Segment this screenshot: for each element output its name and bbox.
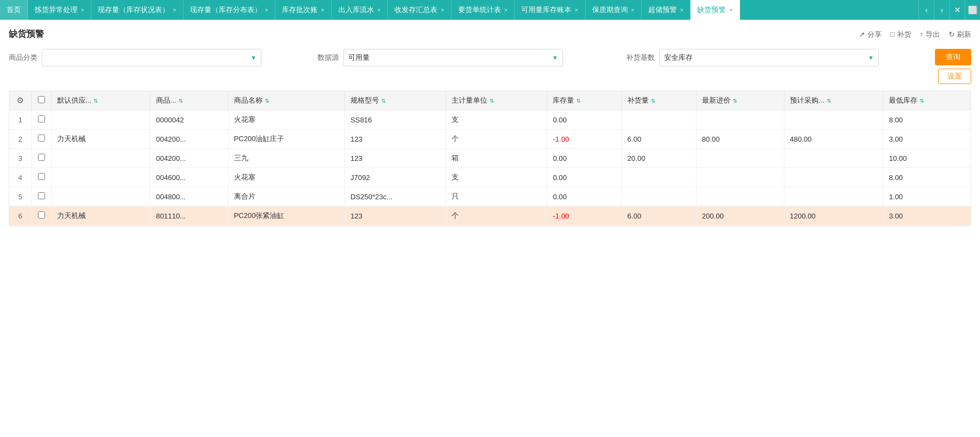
th-checkbox[interactable] [31,91,51,110]
tab-inout[interactable]: 出入库流水 × [332,0,388,20]
tab-prev-button[interactable]: ‹ [918,0,934,20]
th-spec-label: 规格型号 [350,96,379,105]
replenish-label: 补货基数 [626,53,655,63]
tab-close-button[interactable]: ✕ [949,0,965,20]
row-spec: DS250*23c... [345,187,446,206]
row-checkbox[interactable] [38,173,45,180]
th-stock[interactable]: 库存量 ⇅ [547,91,622,110]
row-checkbox[interactable] [38,154,45,161]
row-latest-price [696,110,784,130]
row-stock: 0.00 [547,168,622,187]
row-checkbox-cell[interactable] [31,110,51,130]
row-index: 6 [9,206,31,226]
th-replenish-qty[interactable]: 补货量 ⇅ [622,91,697,110]
tab-available[interactable]: 可用量库存账本 × [515,0,585,20]
select-all-checkbox[interactable] [38,96,45,103]
row-min-stock: 3.00 [883,130,971,149]
th-unit[interactable]: 主计量单位 ⇅ [446,91,547,110]
tab-maximize-button[interactable]: ⬜ [965,0,980,20]
row-latest-price [696,187,784,206]
tab-abnormal[interactable]: 拣货异常处理 × [28,0,91,20]
gear-icon[interactable]: ⚙ [16,96,24,105]
close-icon[interactable]: × [680,7,683,13]
th-settings[interactable]: ⚙ [9,91,31,110]
tab-batch[interactable]: 库存批次账 × [275,0,331,20]
replenish-select[interactable]: 安全库存 ▼ [659,49,879,66]
share-icon: ➚ [859,30,865,38]
row-spec: 123 [345,149,446,168]
close-icon[interactable]: × [172,7,176,13]
replenish-icon: □ [890,30,895,38]
table-row: 4 004600... 火花塞 J7092 支 0.00 8.00 [9,168,971,187]
row-product-code: 004200... [151,130,229,149]
close-icon[interactable]: × [81,7,84,13]
row-product-name: PC200油缸庄子 [228,130,344,149]
row-checkbox[interactable] [38,192,45,199]
row-est-purchase: 1200.00 [784,206,883,226]
row-supplier [51,149,151,168]
tab-collect[interactable]: 收发存汇总表 × [388,0,451,20]
row-est-purchase: 480.00 [784,130,883,149]
th-supplier[interactable]: 默认供应... ⇅ [51,91,151,110]
close-icon[interactable]: × [265,7,268,13]
tab-order-stat[interactable]: 要货单统计表 × [452,0,515,20]
th-product-code[interactable]: 商品... ⇅ [151,91,229,110]
tab-shortage[interactable]: 缺货预警 × [691,0,739,20]
tab-expiry[interactable]: 保质期查询 × [586,0,642,20]
sort-icon: ⇅ [179,98,183,104]
close-icon[interactable]: × [504,7,508,13]
row-checkbox-cell[interactable] [31,130,51,149]
row-checkbox[interactable] [38,115,45,122]
tab-stock-dist[interactable]: 现存量（库存分布表） × [183,0,275,20]
replenish-arrow-icon: ▼ [868,54,874,61]
row-unit: 支 [446,110,547,130]
th-min-stock[interactable]: 最低库存 ⇅ [883,91,971,110]
close-icon[interactable]: × [631,7,634,13]
row-supplier [51,187,151,206]
replenish-button[interactable]: □ 补货 [890,30,911,40]
th-latest-price[interactable]: 最新进价 ⇅ [696,91,784,110]
refresh-button[interactable]: ↻ 刷新 [949,30,971,40]
th-product-name[interactable]: 商品名称 ⇅ [228,91,344,110]
th-spec[interactable]: 规格型号 ⇅ [345,91,446,110]
row-latest-price: 80.00 [696,130,784,149]
tab-next-button[interactable]: › [934,0,949,20]
table-body: 1 0000042 火花塞 SS816 支 0.00 8.00 2 力天机械 0… [9,110,971,226]
row-checkbox-cell[interactable] [31,149,51,168]
row-index: 5 [9,187,31,206]
close-icon[interactable]: × [575,7,578,13]
share-button[interactable]: ➚ 分享 [859,30,882,40]
th-product-code-label: 商品... [156,96,176,105]
row-checkbox[interactable] [38,211,45,218]
page-header: 缺货预警 ➚ 分享 □ 补货 ↑ 导出 ↻ 刷新 [9,29,971,40]
table-header-row: ⚙ 默认供应... ⇅ 商品... ⇅ [9,91,971,110]
close-icon[interactable]: × [377,7,381,13]
close-icon[interactable]: × [729,7,732,13]
row-checkbox[interactable] [38,135,45,142]
row-min-stock: 10.00 [883,149,971,168]
row-index: 4 [9,168,31,187]
row-replenish-qty: 6.00 [622,206,697,226]
close-icon[interactable]: × [321,7,324,13]
row-replenish-qty: 6.00 [622,130,697,149]
row-replenish-qty: 20.00 [622,149,697,168]
tab-overstock[interactable]: 超储预警 × [642,0,691,20]
category-select[interactable]: ▼ [42,49,261,66]
tab-home[interactable]: 首页 [0,0,28,20]
row-supplier: 力天机械 [51,130,151,149]
tab-stock-status[interactable]: 现存量（库存状况表） × [91,0,183,20]
row-checkbox-cell[interactable] [31,206,51,226]
settings-button[interactable]: 设置 [938,69,971,84]
datasource-select[interactable]: 可用量 ▼ [343,49,563,66]
row-unit: 箱 [446,149,547,168]
export-icon: ↑ [920,30,924,38]
row-checkbox-cell[interactable] [31,187,51,206]
query-button[interactable]: 查询 [935,49,971,65]
row-product-name: 火花塞 [228,168,344,187]
close-icon[interactable]: × [441,7,444,13]
th-est-purchase[interactable]: 预计采购... ⇅ [784,91,883,110]
row-checkbox-cell[interactable] [31,168,51,187]
export-button[interactable]: ↑ 导出 [920,30,940,40]
row-stock: 0.00 [547,187,622,206]
row-stock: 0.00 [547,149,622,168]
